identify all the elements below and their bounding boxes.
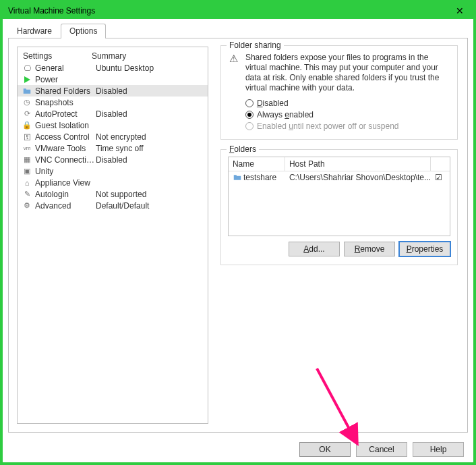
settings-label: Advanced — [35, 201, 96, 211]
dialog-buttons: OK Cancel Help — [3, 438, 473, 462]
list-item[interactable]: ⟳ AutoProtect Disabled — [18, 108, 208, 119]
list-item[interactable]: vm VMware Tools Time sync off — [18, 142, 208, 154]
settings-label: VNC Connections — [35, 155, 96, 165]
settings-label: VMware Tools — [35, 144, 96, 153]
radio-label: Disabled — [257, 99, 289, 108]
folder-name: testshare — [243, 173, 289, 182]
window-title: Virtual Machine Settings — [8, 6, 95, 16]
list-item[interactable]: ◷ Snapshots — [18, 97, 208, 108]
settings-label: Unity — [35, 167, 96, 176]
radio-enabled-until: Enabled until next power off or suspend — [245, 121, 450, 131]
radio-label: Enabled until next power off or suspend — [257, 121, 399, 131]
group-legend: Folders — [227, 144, 259, 154]
settings-label: Autologin — [35, 190, 96, 199]
tab-options[interactable]: Options — [61, 24, 106, 38]
group-legend: Folder sharing — [227, 40, 284, 50]
list-item[interactable]: ▦ VNC Connections Disabled — [18, 154, 208, 165]
radio-icon — [245, 122, 254, 130]
settings-list-header: Settings Summary — [18, 47, 208, 62]
radio-always-enabled[interactable]: Always enabled — [245, 110, 450, 119]
cancel-button[interactable]: Cancel — [356, 442, 407, 457]
warning-icon: ⚠ — [228, 53, 240, 65]
detail-pane: Folder sharing ⚠ Shared folders expose y… — [216, 38, 467, 432]
clock-icon: ◷ — [22, 98, 32, 107]
list-item[interactable]: ⚿ Access Control Not encrypted — [18, 131, 208, 142]
advanced-icon: ⚙ — [22, 201, 32, 211]
settings-summary: Disabled — [96, 155, 205, 165]
titlebar: Virtual Machine Settings ✕ — [3, 3, 473, 19]
radio-disabled[interactable]: Disabled — [245, 99, 450, 108]
list-item[interactable]: Shared Folders Disabled — [18, 85, 208, 97]
folder-sharing-group: Folder sharing ⚠ Shared folders expose y… — [220, 45, 458, 140]
folders-group: Folders Name Host Path testshare — [220, 149, 458, 265]
radio-label: Always enabled — [257, 110, 314, 119]
folder-enabled-check[interactable]: ☑ — [431, 173, 446, 182]
ok-button[interactable]: OK — [299, 442, 351, 457]
col-host-path[interactable]: Host Path — [285, 157, 431, 171]
add-button[interactable]: Add... — [289, 242, 340, 256]
settings-summary: Time sync off — [96, 144, 205, 153]
lock-icon: 🔒 — [22, 121, 32, 130]
help-button[interactable]: Help — [413, 442, 464, 457]
settings-label: Appliance View — [35, 178, 96, 188]
client-area: Hardware Options Settings Summary 🖵 Gene… — [3, 19, 473, 462]
list-item[interactable]: ▣ Unity — [18, 165, 208, 177]
list-item[interactable]: ✎ Autologin Not supported — [18, 188, 208, 200]
vm-settings-window: Virtual Machine Settings ✕ Hardware Opti… — [0, 0, 476, 465]
folder-path: C:\Users\Shahriar Shovon\Desktop\te... — [289, 173, 431, 182]
list-item[interactable]: 🔒 Guest Isolation — [18, 119, 208, 131]
folders-buttons: Add... Remove Properties — [228, 242, 450, 256]
tabs: Hardware Options — [3, 19, 473, 38]
settings-summary: Disabled — [96, 109, 205, 119]
col-name[interactable]: Name — [229, 157, 285, 171]
key-icon: ⚿ — [22, 132, 32, 142]
monitor-icon: 🖵 — [22, 63, 32, 73]
remove-button[interactable]: Remove — [344, 242, 395, 256]
sharing-radio-set: Disabled Always enabled Enabled until ne… — [245, 99, 450, 131]
folders-table-head: Name Host Path — [229, 157, 450, 171]
col-settings: Settings — [23, 51, 92, 61]
folder-icon — [233, 173, 242, 182]
settings-label: Snapshots — [35, 98, 96, 107]
settings-label: General — [35, 63, 96, 73]
appliance-icon: ⌂ — [22, 178, 32, 188]
settings-summary: Ubuntu Desktop — [96, 63, 205, 73]
settings-summary: Not encrypted — [96, 132, 205, 142]
settings-label: AutoProtect — [35, 109, 96, 119]
table-row[interactable]: testshare C:\Users\Shahriar Shovon\Deskt… — [229, 171, 450, 184]
vmware-icon: vm — [22, 144, 32, 153]
autologin-icon: ✎ — [22, 190, 32, 199]
settings-summary: Not supported — [96, 190, 205, 199]
play-icon — [22, 75, 32, 84]
col-checked — [431, 157, 450, 171]
settings-summary: Disabled — [96, 86, 205, 96]
list-item[interactable]: ⚙ Advanced Default/Default — [18, 200, 208, 211]
warning-row: ⚠ Shared folders expose your files to pr… — [228, 53, 450, 93]
radio-icon — [245, 99, 254, 107]
radio-icon — [245, 111, 254, 119]
settings-label: Guest Isolation — [35, 121, 96, 130]
col-summary: Summary — [92, 51, 126, 61]
options-panel: Settings Summary 🖵 General Ubuntu Deskto… — [8, 38, 468, 433]
tab-hardware[interactable]: Hardware — [8, 24, 61, 38]
settings-label: Shared Folders — [35, 86, 96, 96]
refresh-icon: ⟳ — [22, 109, 32, 119]
folders-table[interactable]: Name Host Path testshare C:\Users\Shahri… — [228, 157, 450, 236]
list-item[interactable]: ⌂ Appliance View — [18, 177, 208, 188]
close-icon[interactable]: ✕ — [452, 6, 468, 16]
settings-listbox[interactable]: Settings Summary 🖵 General Ubuntu Deskto… — [17, 47, 208, 424]
unity-icon: ▣ — [22, 167, 32, 176]
warning-text: Shared folders expose your files to prog… — [245, 53, 450, 93]
settings-label: Access Control — [35, 132, 96, 142]
settings-list-pane: Settings Summary 🖵 General Ubuntu Deskto… — [9, 38, 216, 432]
list-item[interactable]: 🖵 General Ubuntu Desktop — [18, 62, 208, 74]
properties-button[interactable]: Properties — [399, 242, 450, 256]
list-item[interactable]: Power — [18, 74, 208, 85]
folder-icon — [22, 86, 32, 96]
settings-summary: Default/Default — [96, 201, 205, 211]
vnc-icon: ▦ — [22, 155, 32, 165]
settings-label: Power — [35, 75, 96, 84]
